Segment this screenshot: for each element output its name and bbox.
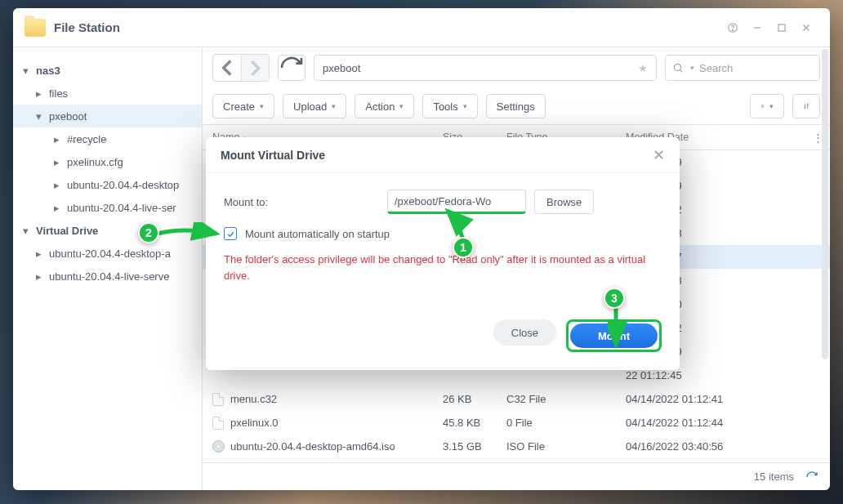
path-input[interactable]: pxeboot★ <box>314 55 657 81</box>
svg-line-7 <box>680 69 682 72</box>
cell-size: 26 KB <box>443 393 506 405</box>
file-icon <box>212 417 230 430</box>
annotation-badge-1: 1 <box>453 237 474 258</box>
tree-item-ubuntu-desktop[interactable]: ▸ubuntu-20.04.4-desktop <box>13 173 202 196</box>
app-icon <box>25 19 46 37</box>
mount-modal: Mount Virtual Drive ✕ Mount to: /pxeboot… <box>206 137 680 370</box>
sidebar: ▾nas3 ▸files ▾pxeboot ▸#recycle ▸pxelinu… <box>13 47 203 490</box>
browse-button[interactable]: Browse <box>534 190 594 214</box>
modal-close-button[interactable]: Close <box>493 319 556 346</box>
search-icon <box>672 62 684 74</box>
action-button[interactable]: Action▾ <box>355 94 414 118</box>
status-bar: 15 items <box>203 462 830 490</box>
settings-button[interactable]: Settings <box>486 94 546 118</box>
mount-to-label: Mount to: <box>224 196 387 208</box>
cell-modified: 04/16/2022 03:40:56 <box>626 440 830 453</box>
tree-root[interactable]: ▾nas3 <box>13 59 202 82</box>
modal-close-icon[interactable]: ✕ <box>653 146 665 164</box>
cell-type: 0 File <box>506 417 626 429</box>
cell-size: 3.15 GB <box>443 440 506 453</box>
table-row[interactable]: ubuntu-20.04.4-live-server-amd641.24 GBI… <box>203 458 830 462</box>
cell-name: ubuntu-20.04.4-desktop-amd64.iso <box>230 440 395 453</box>
sort-button[interactable] <box>792 94 820 118</box>
auto-mount-checkbox[interactable] <box>224 227 237 240</box>
forward-button[interactable] <box>241 55 269 81</box>
mount-button[interactable]: Mount <box>570 323 658 348</box>
tree-vdrive-1[interactable]: ▸ubuntu-20.04.4-desktop-a <box>13 242 202 265</box>
tree-vdrive-root[interactable]: ▾Virtual Drive <box>13 219 202 242</box>
reload-button[interactable] <box>278 55 306 81</box>
create-button[interactable]: Create▾ <box>212 94 274 118</box>
file-icon <box>212 393 230 406</box>
auto-mount-label: Mount automatically on startup <box>245 228 390 240</box>
tree-item-recycle[interactable]: ▸#recycle <box>13 127 202 150</box>
cell-size: 45.8 KB <box>443 417 506 429</box>
tree-item-ubuntu-live[interactable]: ▸ubuntu-20.04.4-live-ser <box>13 196 202 219</box>
close-button[interactable] <box>794 16 818 40</box>
tree-item-pxelinuxcfg[interactable]: ▸pxelinux.cfg <box>13 150 202 173</box>
view-list-button[interactable]: ▾ <box>750 94 784 118</box>
table-row[interactable]: menu.c3226 KBC32 File04/14/2022 01:12:41 <box>203 387 830 411</box>
star-icon[interactable]: ★ <box>638 62 648 74</box>
cell-type: ISO File <box>506 440 626 453</box>
tree-item-pxeboot[interactable]: ▾pxeboot <box>13 105 202 127</box>
minimize-button[interactable] <box>745 16 769 40</box>
maximize-button[interactable] <box>769 16 794 40</box>
modal-title: Mount Virtual Drive <box>221 149 325 162</box>
tools-button[interactable]: Tools▾ <box>422 94 477 118</box>
annotation-badge-3: 3 <box>604 288 625 309</box>
cell-modified: 04/14/2022 01:12:44 <box>626 417 830 429</box>
cell-name: pxelinux.0 <box>230 417 279 429</box>
action-toolbar: Create▾ Upload▾ Action▾ Tools▾ Settings … <box>203 88 830 124</box>
upload-button[interactable]: Upload▾ <box>283 94 346 118</box>
help-button[interactable] <box>720 16 745 40</box>
tree-item-files[interactable]: ▸files <box>13 82 202 105</box>
modal-warning: The folder's access privilege will be ch… <box>224 252 662 283</box>
annotation-badge-2: 2 <box>138 222 159 243</box>
cell-modified: 22 01:12:45 <box>626 369 830 381</box>
cell-name: menu.c32 <box>230 393 277 405</box>
disc-icon <box>212 440 230 453</box>
tree-root-label: nas3 <box>36 65 60 77</box>
item-count: 15 items <box>754 471 794 483</box>
search-input[interactable]: ▾ Search <box>665 55 820 81</box>
cell-modified: 04/14/2022 01:12:41 <box>626 393 830 405</box>
nav-toolbar: pxeboot★ ▾ Search <box>203 47 830 88</box>
cell-type: C32 File <box>506 393 626 405</box>
tree-vdrive-2[interactable]: ▸ubuntu-20.04.4-live-serve <box>13 265 202 288</box>
scrollbar[interactable] <box>822 49 828 359</box>
back-button[interactable] <box>213 55 241 81</box>
nav-group <box>212 54 270 82</box>
svg-point-6 <box>674 64 680 70</box>
chevron-down-icon: ▾ <box>690 64 694 72</box>
svg-rect-3 <box>778 24 785 30</box>
annotation-highlight-3: Mount <box>566 319 662 352</box>
table-row[interactable]: pxelinux.045.8 KB0 File04/14/2022 01:12:… <box>203 411 830 435</box>
refresh-icon[interactable] <box>805 471 818 484</box>
svg-point-1 <box>733 29 734 30</box>
app-title: File Station <box>54 20 120 34</box>
modal-header: Mount Virtual Drive ✕ <box>206 137 680 173</box>
mount-path-input[interactable]: /pxeboot/Fedora-Wo <box>387 190 526 214</box>
table-row[interactable]: ubuntu-20.04.4-desktop-amd64.iso3.15 GBI… <box>203 435 830 458</box>
titlebar: File Station <box>13 8 830 47</box>
